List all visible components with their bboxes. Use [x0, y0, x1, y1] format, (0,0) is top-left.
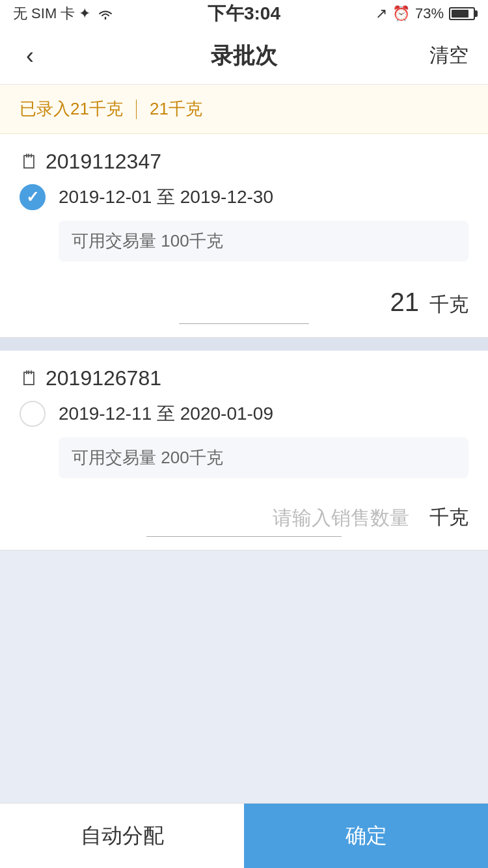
bottom-bar: 自动分配 确定 — [0, 803, 488, 868]
info-divider — [136, 100, 137, 119]
batch-2-icon: 🗒 — [20, 368, 39, 390]
batch-2-date: 2019-12-11 至 2020-01-09 — [59, 401, 273, 426]
info-bar: 已录入21千克 21千克 — [0, 85, 488, 134]
amount-underline — [179, 323, 309, 324]
status-bar: 无 SIM 卡 ✦ 下午3:04 ↗ ⏰ 73% — [0, 0, 488, 27]
recorded-label: 已录入21千克 — [20, 98, 123, 120]
clear-button[interactable]: 清空 — [429, 42, 468, 69]
batch-1-id-row: 🗒 2019112347 — [20, 150, 468, 174]
location-icon: ↗ — [375, 5, 387, 22]
batch-card-1: 🗒 2019112347 2019-12-01 至 2019-12-30 可用交… — [0, 134, 488, 338]
batch-1-avail: 可用交易量 100千克 — [59, 221, 468, 262]
batch-2-date-row[interactable]: 2019-12-11 至 2020-01-09 — [20, 401, 468, 427]
batch-1-id: 2019112347 — [46, 150, 161, 174]
batch-1-radio[interactable] — [20, 184, 46, 210]
wifi-icon — [96, 7, 115, 20]
batch-2-avail-text: 可用交易量 200千克 — [72, 448, 223, 467]
batch-1-date-row[interactable]: 2019-12-01 至 2019-12-30 — [20, 184, 468, 210]
batch-2-unit: 千克 — [429, 504, 468, 531]
alarm-icon: ⏰ — [392, 5, 410, 22]
nav-bar: ‹ 录批次 清空 — [0, 27, 488, 85]
batch-1-amount: 21 — [390, 288, 420, 317]
sim-label: 无 SIM 卡 ✦ — [13, 4, 90, 23]
status-time: 下午3:04 — [208, 1, 280, 26]
batch-1-unit: 千克 — [429, 292, 468, 318]
batch-1-avail-text: 可用交易量 100千克 — [72, 231, 223, 251]
recorded-value: 21千克 — [150, 98, 202, 120]
page-title: 录批次 — [211, 41, 277, 71]
batch-1-amount-row: 21 千克 — [0, 275, 488, 338]
battery-percent: 73% — [415, 5, 444, 22]
batch-2-input-row: 千克 — [0, 491, 488, 550]
batch-card-2: 🗒 2019126781 2019-12-11 至 2020-01-09 可用交… — [0, 351, 488, 550]
battery-icon — [449, 7, 475, 20]
confirm-button[interactable]: 确定 — [244, 804, 488, 868]
batch-2-avail: 可用交易量 200千克 — [59, 437, 468, 478]
batch-2-qty-input[interactable] — [20, 507, 419, 529]
status-right: ↗ ⏰ 73% — [375, 5, 475, 22]
input-underline — [146, 536, 342, 537]
section-divider — [0, 338, 488, 351]
auto-distribute-button[interactable]: 自动分配 — [0, 804, 244, 868]
batch-2-id: 2019126781 — [46, 366, 161, 390]
batch-2-id-row: 🗒 2019126781 — [20, 366, 468, 390]
batch-1-date: 2019-12-01 至 2019-12-30 — [59, 185, 273, 210]
status-left: 无 SIM 卡 ✦ — [13, 4, 115, 23]
batch-2-radio[interactable] — [20, 401, 46, 427]
back-button[interactable]: ‹ — [20, 36, 40, 76]
batch-1-icon: 🗒 — [20, 151, 39, 173]
